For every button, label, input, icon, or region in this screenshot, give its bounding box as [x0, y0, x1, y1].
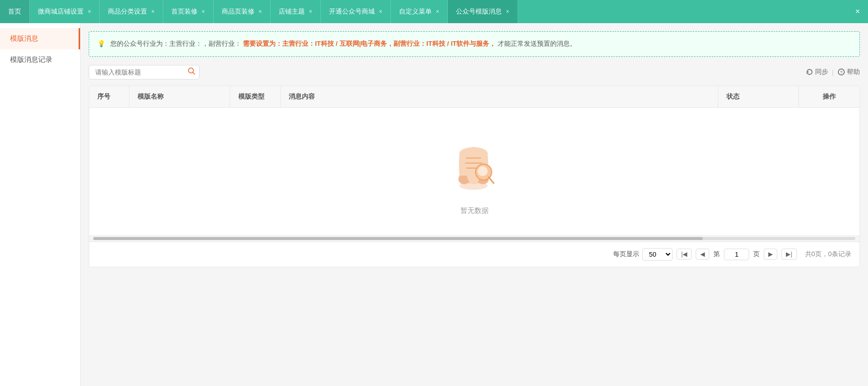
col-header-type: 模版类型	[230, 86, 281, 107]
nav-custom-menu[interactable]: 自定义菜单 ×	[391, 0, 448, 23]
search-icon	[187, 67, 195, 75]
main-layout: 模版消息 模版消息记录 💡 您的公众号行业为：主营行业：，副营行业： 需要设置为…	[0, 23, 868, 386]
nav-open-mall[interactable]: 开通公众号商城 ×	[321, 0, 391, 23]
nav-category[interactable]: 商品分类设置 ×	[100, 0, 163, 23]
nav-template-msg[interactable]: 公众号模版消息 ×	[448, 0, 518, 23]
page-prev-button[interactable]: ◀	[696, 249, 709, 260]
help-button[interactable]: ? 帮助	[838, 67, 860, 76]
page-next-button[interactable]: ▶	[764, 249, 777, 260]
nav-template-msg-label: 公众号模版消息	[456, 7, 502, 16]
sidebar-item-template-record-label: 模版消息记录	[10, 55, 52, 63]
notice-box: 💡 您的公众号行业为：主营行业：，副营行业： 需要设置为：主营行业：IT科技 /…	[89, 31, 860, 57]
col-header-status: 状态	[718, 86, 799, 107]
close-icon[interactable]: ×	[151, 8, 155, 15]
close-icon[interactable]: ×	[436, 8, 439, 15]
empty-text: 暂无数据	[460, 206, 489, 215]
close-icon[interactable]: ×	[258, 8, 262, 15]
help-label: 帮助	[847, 67, 860, 76]
empty-illustration	[444, 138, 505, 198]
search-input[interactable]	[89, 65, 199, 80]
help-icon: ?	[838, 68, 845, 75]
close-icon[interactable]: ×	[88, 8, 91, 15]
sidebar-item-template-record[interactable]: 模版消息记录	[0, 49, 80, 70]
sync-icon	[806, 68, 813, 75]
empty-state: 暂无数据	[89, 108, 859, 236]
col-header-seq: 序号	[89, 86, 129, 107]
nav-custom-menu-label: 自定义菜单	[399, 7, 432, 16]
sync-button[interactable]: 同步	[806, 67, 828, 76]
nav-store-theme-label: 店铺主题	[279, 7, 305, 16]
col-header-content: 消息内容	[281, 86, 718, 107]
close-icon[interactable]: ×	[202, 8, 205, 15]
svg-line-1	[193, 72, 195, 74]
scrollbar-thumb	[93, 237, 703, 240]
scrollbar-track	[93, 237, 855, 240]
sync-label: 同步	[815, 67, 828, 76]
notice-suffix: 才能正常发送预置的消息。	[498, 40, 576, 47]
svg-text:?: ?	[840, 70, 842, 75]
data-table: 序号 模版名称 模版类型 消息内容 状态 操作	[89, 86, 860, 267]
close-icon[interactable]: ×	[506, 8, 509, 15]
pagination: 每页显示 50 10 20 100 |◀ ◀ 第 页 ▶ ▶| 共0页，0条记录	[89, 242, 859, 267]
svg-line-10	[489, 177, 494, 183]
divider: |	[832, 68, 834, 76]
page-size-label: 每页显示	[613, 250, 639, 259]
page-last-button[interactable]: ▶|	[781, 249, 796, 260]
nav-store-theme[interactable]: 店铺主题 ×	[271, 0, 321, 23]
nav-category-label: 商品分类设置	[108, 7, 147, 16]
nav-home-label: 首页	[8, 7, 21, 16]
sidebar-item-template-message[interactable]: 模版消息	[0, 28, 80, 49]
sidebar-item-template-message-label: 模版消息	[10, 34, 38, 42]
nav-homepage-dec-label: 首页装修	[171, 7, 197, 16]
search-left	[89, 65, 199, 80]
nav-wechat-store[interactable]: 微商城店铺设置 ×	[30, 0, 100, 23]
nav-home[interactable]: 首页	[0, 0, 30, 23]
top-navigation: 首页 微商城店铺设置 × 商品分类设置 × 首页装修 × 商品页装修 × 店铺主…	[0, 0, 868, 23]
empty-svg	[444, 138, 505, 198]
page-size-control: 每页显示 50 10 20 100	[613, 248, 673, 261]
page-label-prefix: 第	[713, 250, 720, 259]
search-right: 同步 | ? 帮助	[806, 67, 860, 76]
close-icon[interactable]: ×	[309, 8, 312, 15]
close-icon[interactable]: ×	[379, 8, 382, 15]
nav-wechat-store-label: 微商城店铺设置	[38, 7, 84, 16]
content-area: 💡 您的公众号行业为：主营行业：，副营行业： 需要设置为：主营行业：IT科技 /…	[81, 23, 868, 386]
sidebar: 模版消息 模版消息记录	[0, 23, 81, 386]
page-number-input[interactable]	[724, 249, 749, 260]
search-button[interactable]	[187, 67, 195, 77]
horizontal-scrollbar[interactable]	[89, 236, 859, 242]
nav-homepage-dec[interactable]: 首页装修 ×	[163, 0, 214, 23]
page-size-select[interactable]: 50 10 20 100	[642, 248, 673, 261]
page-total-info: 共0页，0条记录	[805, 250, 851, 259]
page-unit-label: 页	[753, 250, 760, 259]
col-header-name: 模版名称	[129, 86, 230, 107]
col-header-action: 操作	[799, 86, 859, 107]
table-header: 序号 模版名称 模版类型 消息内容 状态 操作	[89, 86, 859, 108]
svg-point-9	[478, 166, 488, 176]
global-close-button[interactable]: ×	[847, 0, 868, 23]
nav-product-dec-label: 商品页装修	[222, 7, 254, 16]
notice-highlight: 需要设置为：主营行业：IT科技 / 互联网|电子商务，副营行业：IT科技 / I…	[243, 40, 496, 47]
nav-product-dec[interactable]: 商品页装修 ×	[214, 0, 271, 23]
notice-icon: 💡	[97, 40, 105, 47]
search-bar: 同步 | ? 帮助	[89, 65, 860, 80]
nav-open-mall-label: 开通公众号商城	[329, 7, 375, 16]
notice-prefix: 您的公众号行业为：主营行业：，副营行业：	[110, 40, 241, 47]
page-first-button[interactable]: |◀	[677, 249, 692, 260]
